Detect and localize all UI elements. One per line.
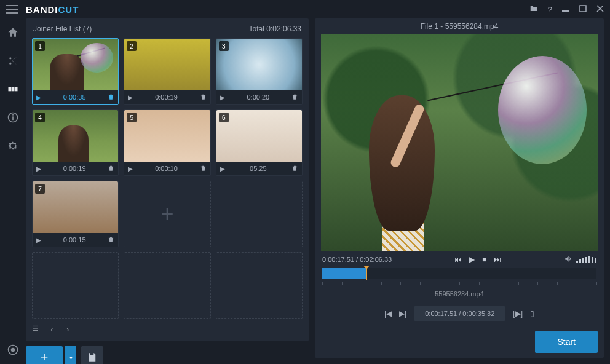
clip-number: 3 — [219, 41, 229, 51]
clip-thumbnail[interactable]: 6 — [216, 110, 302, 162]
timeline-ticks — [322, 282, 596, 288]
svg-point-9 — [11, 348, 15, 352]
clip-item[interactable]: 1▶0:00:35 — [32, 38, 119, 105]
play-clip-icon[interactable]: ▶ — [36, 165, 41, 172]
add-file-button[interactable]: + — [26, 346, 63, 364]
maximize-icon[interactable] — [579, 5, 587, 14]
delete-clip-icon[interactable] — [291, 165, 298, 173]
clip-item[interactable]: 4▶0:00:19 — [32, 109, 119, 176]
info-icon[interactable] — [6, 111, 20, 124]
close-icon[interactable] — [596, 5, 604, 14]
volume-slider[interactable] — [576, 256, 596, 263]
app-logo: BANDICUT — [26, 4, 79, 15]
svg-rect-10 — [33, 326, 38, 326]
clip-thumbnail[interactable]: 5 — [124, 110, 210, 162]
clip-thumbnail[interactable]: 2 — [124, 39, 210, 90]
svg-rect-4 — [15, 87, 18, 92]
delete-clip-icon[interactable] — [200, 165, 207, 173]
svg-rect-0 — [562, 10, 569, 12]
clip-item[interactable]: 7▶0:00:15 — [32, 181, 119, 247]
play-clip-icon[interactable]: ▶ — [128, 165, 133, 172]
delete-clip-icon[interactable] — [200, 93, 207, 101]
delete-clip-icon[interactable] — [108, 165, 114, 173]
clip-duration: 0:00:20 — [229, 93, 288, 101]
next-page-icon[interactable]: › — [63, 323, 73, 335]
timeline[interactable] — [322, 268, 596, 279]
clip-thumbnail[interactable]: 3 — [216, 39, 302, 90]
clip-number: 1 — [35, 41, 45, 51]
clip-duration: 0:00:15 — [45, 236, 104, 243]
record-icon[interactable] — [6, 343, 20, 357]
add-file-dropdown[interactable]: ▾ — [65, 346, 76, 364]
time-display: 0:00:17.51 / 0:02:06.33 — [322, 256, 392, 263]
volume-icon[interactable] — [564, 255, 572, 264]
mark-in-icon[interactable]: |◀ — [384, 309, 392, 318]
menu-icon[interactable] — [6, 5, 18, 14]
clip-number: 5 — [127, 113, 137, 122]
delete-clip-icon[interactable] — [108, 236, 114, 244]
settings-icon[interactable] — [6, 139, 20, 152]
empty-slot — [216, 181, 303, 247]
clip-item[interactable]: 5▶0:00:10 — [124, 109, 210, 176]
play-clip-icon[interactable]: ▶ — [36, 94, 41, 101]
titlebar: BANDICUT ? — [0, 0, 610, 18]
play-clip-icon[interactable]: ▶ — [220, 94, 225, 101]
save-project-button[interactable] — [81, 346, 103, 364]
svg-rect-6 — [12, 116, 14, 120]
clip-item[interactable]: 2▶0:00:19 — [124, 38, 210, 105]
empty-slot — [32, 252, 119, 318]
help-icon[interactable]: ? — [548, 5, 552, 14]
segment-end-icon[interactable]: ▯ — [530, 309, 534, 318]
add-clip-slot[interactable]: + — [124, 181, 210, 247]
transport-controls: ⏮ ▶ ■ ⏭ — [454, 255, 501, 264]
cut-icon[interactable] — [6, 54, 20, 68]
clip-item[interactable]: 6▶05.25 — [216, 109, 303, 176]
current-filename: 559556284.mp4 — [315, 288, 604, 303]
next-track-icon[interactable]: ⏭ — [494, 255, 501, 264]
clip-duration: 05.25 — [229, 165, 288, 172]
clip-thumbnail[interactable]: 7 — [33, 181, 118, 233]
svg-rect-3 — [12, 87, 14, 92]
range-display: 0:00:17.51 / 0:00:35.32 — [414, 306, 505, 321]
sidebar — [0, 18, 26, 364]
home-icon[interactable] — [6, 26, 20, 39]
clip-thumbnail[interactable]: 4 — [33, 110, 118, 162]
file-list-panel: Joiner File List (7) Total 0:02:06.33 1▶… — [26, 18, 309, 341]
playhead-icon[interactable] — [363, 266, 370, 280]
join-icon[interactable] — [6, 82, 20, 96]
stop-icon[interactable]: ■ — [482, 255, 486, 264]
svg-rect-7 — [12, 114, 14, 116]
start-button[interactable]: Start — [535, 331, 598, 353]
play-icon[interactable]: ▶ — [469, 255, 475, 264]
svg-rect-12 — [33, 330, 38, 331]
svg-rect-1 — [580, 6, 586, 12]
empty-slot — [124, 252, 210, 318]
clip-duration: 0:00:19 — [45, 165, 104, 172]
clip-item[interactable]: 3▶0:00:20 — [216, 38, 303, 105]
clip-number: 7 — [35, 184, 45, 194]
preview-area[interactable] — [321, 34, 598, 251]
svg-rect-11 — [33, 328, 38, 328]
preview-title: File 1 - 559556284.mp4 — [315, 18, 604, 34]
play-clip-icon[interactable]: ▶ — [220, 165, 225, 172]
list-title: Joiner File List (7) — [33, 25, 92, 33]
step-fwd-icon[interactable]: ▶| — [399, 309, 406, 318]
folder-icon[interactable] — [529, 4, 538, 15]
clip-duration: 0:00:10 — [137, 165, 196, 172]
clip-number: 2 — [127, 41, 137, 51]
play-clip-icon[interactable]: ▶ — [36, 237, 41, 243]
empty-slot — [216, 252, 303, 318]
prev-page-icon[interactable]: ‹ — [47, 323, 57, 335]
clip-grid: 1▶0:00:352▶0:00:193▶0:00:204▶0:00:195▶0:… — [32, 38, 303, 318]
clip-number: 4 — [35, 113, 45, 122]
prev-track-icon[interactable]: ⏮ — [454, 255, 462, 264]
svg-rect-2 — [9, 87, 12, 92]
mark-out-icon[interactable]: [▶] — [513, 309, 523, 318]
clip-duration: 0:00:19 — [137, 93, 196, 101]
clip-thumbnail[interactable]: 1 — [33, 39, 118, 90]
minimize-icon[interactable] — [562, 5, 569, 14]
list-options-icon[interactable] — [32, 324, 41, 334]
play-clip-icon[interactable]: ▶ — [128, 94, 133, 101]
delete-clip-icon[interactable] — [108, 93, 114, 101]
delete-clip-icon[interactable] — [291, 93, 298, 101]
